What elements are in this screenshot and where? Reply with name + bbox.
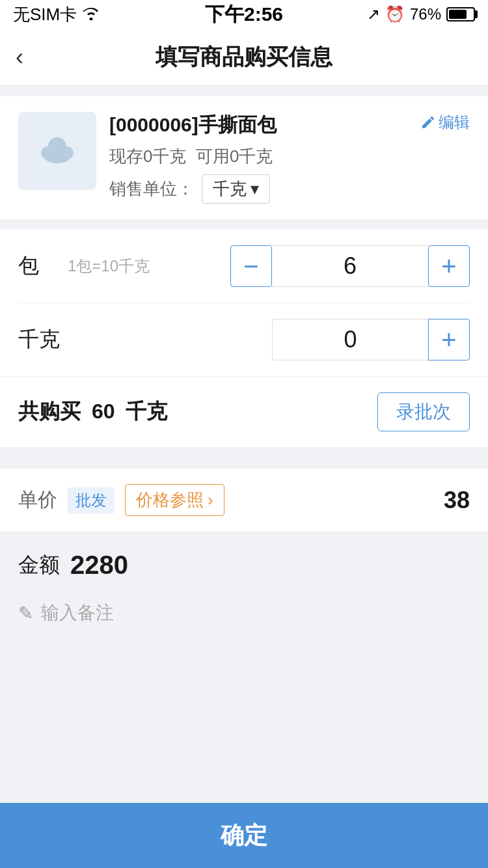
bag-label: 包 [18,252,57,280]
product-name: [0000006]手撕面包 [109,112,277,139]
bag-plus-button[interactable]: + [428,245,470,287]
price-row: 单价 批发 价格参照 › 38 [18,484,470,516]
bottom-filler [0,636,488,803]
status-left: 无SIM卡 [13,3,100,26]
alarm-icon: ⏰ [385,5,405,23]
bag-control: − + [230,245,470,287]
unit-dropdown[interactable]: 千克 ▾ [202,174,270,204]
price-section: 单价 批发 价格参照 › 38 [0,468,488,532]
kg-plus-button[interactable]: + [428,319,470,360]
price-ref-button[interactable]: 价格参照 › [125,484,224,516]
divider-1 [0,219,488,230]
edit-button[interactable]: 编辑 [420,112,470,133]
battery-icon [446,7,475,21]
product-stock: 现存0千克 可用0千克 [109,145,470,168]
product-unit: 销售单位： 千克 ▾ [109,174,470,204]
bag-input-row: 包 1包=10千克 − + [18,230,470,303]
bag-input[interactable] [272,245,428,287]
price-ref-arrow-icon: › [208,490,213,510]
kg-input-row: 千克 + [18,303,470,376]
kg-input[interactable] [272,319,428,360]
product-info: [0000006]手撕面包 编辑 现存0千克 可用0千克 销售单位： 千克 ▾ [109,112,470,204]
note-row[interactable]: ✎ 输入备注 [18,590,470,636]
bag-hint: 1包=10千克 [68,256,220,277]
pencil-icon: ✎ [18,603,33,624]
total-text: 共购买 60 千克 [18,398,167,426]
input-section: 包 1包=10千克 − + 千克 + [0,230,488,376]
page-title: 填写商品购买信息 [156,42,332,72]
batch-button[interactable]: 录批次 [377,392,470,431]
status-bar: 无SIM卡 下午2:56 ↗ ⏰ 76% [0,0,488,29]
note-placeholder: 输入备注 [41,601,114,625]
kg-control: + [272,319,470,360]
svg-point-3 [44,150,70,163]
kg-label: 千克 [18,325,60,354]
dropdown-arrow-icon: ▾ [251,179,259,199]
wifi-icon [82,5,100,25]
back-button[interactable]: ‹ [16,44,23,71]
divider-2 [0,447,488,457]
status-right: ↗ ⏰ 76% [367,5,475,23]
location-icon: ↗ [367,5,380,23]
product-image [18,112,96,190]
product-header: [0000006]手撕面包 编辑 [109,112,470,139]
time-label: 下午2:56 [205,1,283,28]
confirm-button[interactable]: 确定 [0,803,488,868]
product-card: [0000006]手撕面包 编辑 现存0千克 可用0千克 销售单位： 千克 ▾ [0,96,488,219]
carrier-label: 无SIM卡 [13,3,77,26]
amount-section: 金额 2280 ✎ 输入备注 [0,532,488,636]
amount-value: 2280 [70,550,128,580]
content: [0000006]手撕面包 编辑 现存0千克 可用0千克 销售单位： 千克 ▾ [0,86,488,803]
price-value: 38 [444,487,470,514]
price-tag: 批发 [68,487,115,513]
price-label: 单价 [18,487,57,513]
battery-percent: 76% [410,5,441,23]
amount-label: 金额 [18,551,60,580]
total-row: 共购买 60 千克 录批次 [0,376,488,447]
bag-minus-button[interactable]: − [230,245,272,287]
nav-bar: ‹ 填写商品购买信息 [0,29,488,86]
amount-row: 金额 2280 [18,550,470,590]
